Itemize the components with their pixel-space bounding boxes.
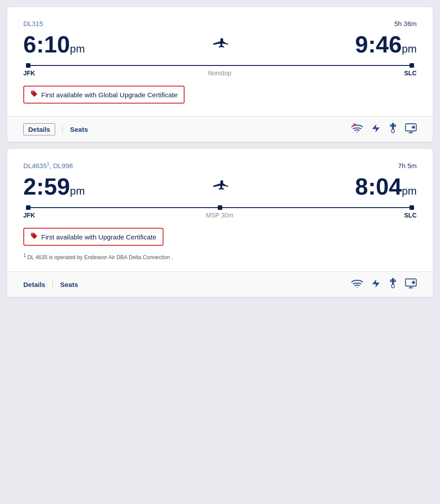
flight-header-row-2: DL46351, DL998 7h 5m xyxy=(23,161,417,169)
destination-label-1: SLC xyxy=(404,70,417,77)
flight-duration-2: 7h 5m xyxy=(398,162,417,169)
plane-icon-1 xyxy=(212,38,228,51)
screen-icon-2 xyxy=(405,278,417,290)
flight-card-2: DL46351, DL998 7h 5m 2:59pm 8:04pm xyxy=(7,149,433,297)
route-dot-middle-2 xyxy=(218,205,222,210)
details-link-2[interactable]: Details xyxy=(23,281,45,288)
seats-link-2[interactable]: Seats xyxy=(60,281,78,288)
origin-label-2: JFK xyxy=(23,212,35,219)
tag-icon-1 xyxy=(30,90,38,99)
footer-left-1: Details Seats xyxy=(23,123,88,135)
wifi-icon-2 xyxy=(351,278,363,290)
destination-label-2: SLC xyxy=(404,212,417,219)
usb-icon-2 xyxy=(389,278,397,291)
upgrade-text-1: First available with Global Upgrade Cert… xyxy=(41,91,177,99)
route-line-1 xyxy=(23,65,417,66)
flight-footer-1: Details Seats xyxy=(7,116,433,142)
flight-main-1: DL315 5h 36m 6:10pm 9:46pm JFK xyxy=(7,7,433,116)
upgrade-badge-1[interactable]: First available with Global Upgrade Cert… xyxy=(23,86,185,104)
flight-card-1: DL315 5h 36m 6:10pm 9:46pm JFK xyxy=(7,7,433,142)
flight-header-row-1: DL315 5h 36m xyxy=(23,20,417,27)
upgrade-text-2: First available with Upgrade Certificate xyxy=(41,233,156,241)
flight-main-2: DL46351, DL998 7h 5m 2:59pm 8:04pm xyxy=(7,149,433,271)
depart-time-2: 2:59pm xyxy=(23,175,85,198)
seats-link-1[interactable]: Seats xyxy=(70,126,88,133)
stop-label-2: MSP 30m xyxy=(206,212,233,219)
footer-divider-2 xyxy=(52,280,53,289)
power-icon-1 xyxy=(371,123,381,135)
wifi-icon-1 xyxy=(351,123,363,135)
svg-point-0 xyxy=(357,132,358,133)
details-link-1[interactable]: Details xyxy=(23,123,55,135)
route-dot-right-2 xyxy=(410,205,414,210)
flight-times-row-1: 6:10pm 9:46pm xyxy=(23,33,417,56)
tag-icon-2 xyxy=(30,232,38,241)
origin-label-1: JFK xyxy=(23,70,35,77)
route-dot-left-1 xyxy=(26,63,30,68)
svg-point-13 xyxy=(357,287,358,288)
footer-icons-1 xyxy=(351,123,417,135)
flight-footer-2: Details Seats xyxy=(7,271,433,297)
flight-number-2: DL46351, DL998 xyxy=(23,161,73,169)
screen-icon-1 xyxy=(405,123,417,135)
svg-rect-19 xyxy=(392,284,394,288)
route-labels-2: JFK MSP 30m SLC xyxy=(23,212,417,219)
depart-time-1: 6:10pm xyxy=(23,33,85,56)
svg-marker-14 xyxy=(372,279,380,287)
footer-left-2: Details Seats xyxy=(23,280,78,289)
plane-icon-2 xyxy=(212,180,228,193)
route-dot-left-2 xyxy=(26,205,30,210)
footer-divider-1 xyxy=(62,125,63,134)
stop-label-1: Nonstop xyxy=(208,70,231,77)
route-dot-right-1 xyxy=(410,63,414,68)
arrive-time-1: 9:46pm xyxy=(355,33,417,56)
arrive-time-2: 8:04pm xyxy=(355,175,417,198)
flight-number-1: DL315 xyxy=(23,20,43,27)
route-labels-1: JFK Nonstop SLC xyxy=(23,70,417,77)
flight-times-row-2: 2:59pm 8:04pm xyxy=(23,175,417,198)
usb-icon-1 xyxy=(389,123,397,135)
svg-rect-8 xyxy=(392,129,394,133)
upgrade-badge-2[interactable]: First available with Upgrade Certificate xyxy=(23,228,164,246)
route-line-2 xyxy=(23,207,417,208)
svg-marker-3 xyxy=(372,124,380,132)
footer-icons-2 xyxy=(351,278,417,291)
flight-duration-1: 5h 36m xyxy=(394,20,417,27)
footnote-2: 1 DL 4635 is operated by Endeavor Air DB… xyxy=(23,253,417,261)
power-icon-2 xyxy=(371,278,381,290)
